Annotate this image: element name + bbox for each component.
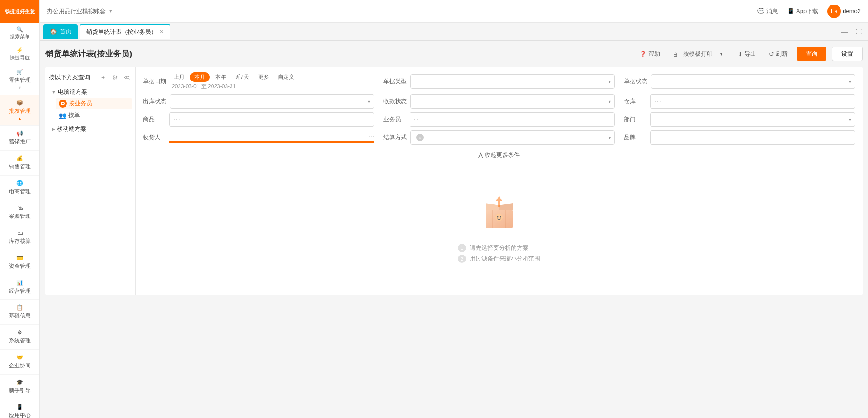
sidebar-quick-nav[interactable]: ⚡ 快捷导航 (0, 44, 39, 64)
settle-tag-close[interactable]: × (416, 134, 424, 141)
sidebar-item-app-center[interactable]: 📱 应用中心 (0, 399, 39, 418)
topbar: 办公用品行业模拟账套 ▾ 💬 消息 📱 App下载 Ea demo2 (40, 0, 868, 23)
scheme-order[interactable]: 👥 按单 (56, 109, 132, 121)
avatar: Ea (827, 5, 841, 18)
message-button[interactable]: 💬 消息 (757, 7, 778, 15)
sidebar-item-basic-info[interactable]: 📋 基础信息 (0, 300, 39, 325)
page-actions: ❓ 帮助 🖨 按模板打印 ▾ ⬇ 导出 ↺ 刷新 查询 设置 (636, 46, 863, 62)
settings-button[interactable]: 设置 (832, 47, 863, 61)
date-tab-custom[interactable]: 自定义 (274, 72, 298, 82)
help-button[interactable]: ❓ 帮助 (636, 48, 664, 60)
empty-step-1: 1 请先选择要分析的方案 (458, 244, 540, 252)
retail-icon: 🛒 (16, 69, 23, 75)
empty-state-icon (476, 190, 522, 235)
date-tab-this-year[interactable]: 本年 (212, 72, 230, 82)
app-logo: 畅捷通好生意 (0, 0, 39, 23)
sidebar-item-operations[interactable]: 📊 经营管理 (0, 275, 39, 300)
out-status-control[interactable]: ▾ (170, 94, 374, 109)
purchase-icon: 🛍 (17, 205, 23, 211)
sidebar-item-ecommerce[interactable]: 🌐 电商管理 (0, 176, 39, 200)
sidebar-item-purchase[interactable]: 🛍 采购管理 (0, 200, 39, 225)
date-tabs: 上月 本月 本年 近7天 更多 自定义 (170, 72, 374, 82)
filter-panel: 单据日期 上月 本月 本年 近7天 更多 自定义 2023-03-01 至 20… (136, 67, 863, 295)
settle-filter-row: 结算方式 × ▾ (383, 130, 615, 145)
settle-chevron: ▾ (609, 135, 611, 140)
out-status-chevron: ▾ (368, 99, 370, 104)
tab-home[interactable]: 🏠 首页 (43, 24, 78, 39)
goods-filter-row: 商品 ··· (143, 112, 374, 127)
message-icon: 💬 (757, 8, 764, 14)
sidebar-item-enterprise[interactable]: 🤝 企业协同 (0, 350, 39, 375)
doc-type-chevron: ▾ (609, 79, 611, 84)
brand-control[interactable]: ··· (650, 130, 855, 145)
sidebar-item-finance[interactable]: 💳 资金管理 (0, 250, 39, 275)
date-tab-last-month[interactable]: 上月 (170, 72, 188, 82)
sidebar-item-wholesale[interactable]: 📦 批发管理 ▲ (0, 95, 39, 126)
query-button[interactable]: 查询 (797, 47, 826, 61)
warehouse-control[interactable]: ··· (650, 94, 855, 109)
mobile-scheme-header[interactable]: ▶ 移动端方案 (49, 123, 132, 135)
refresh-icon: ↺ (769, 51, 774, 57)
export-button[interactable]: ⬇ 导出 (734, 48, 760, 60)
scheme-salesperson[interactable]: 按业务员 (56, 98, 132, 109)
app-download-button[interactable]: 📱 App下载 (787, 7, 818, 15)
workspace-title: 办公用品行业模拟账套 (47, 7, 106, 15)
print-icon: 🖨 (673, 51, 679, 57)
doc-status-control[interactable]: ▾ (651, 74, 855, 89)
svg-point-5 (495, 214, 503, 221)
pc-scheme-children: 按业务员 👥 按单 (49, 98, 132, 121)
date-tab-7days[interactable]: 近7天 (231, 72, 253, 82)
doc-type-control[interactable]: ▾ (410, 74, 615, 89)
operations-icon: 📊 (16, 280, 23, 286)
sidebar-item-marketing[interactable]: 📢 营销推广 (0, 126, 39, 151)
refresh-button[interactable]: ↺ 刷新 (765, 48, 791, 60)
collapse-conditions-button[interactable]: ⋀ 收起更多条件 (143, 148, 855, 162)
filter-row-1: 单据日期 上月 本月 本年 近7天 更多 自定义 2023-03-01 至 20… (143, 72, 855, 90)
goods-control[interactable]: ··· (169, 112, 374, 127)
wholesale-icon: 📦 (16, 100, 23, 106)
print-button[interactable]: 🖨 按模板打印 ▾ (669, 46, 729, 62)
receiver-input[interactable] (169, 132, 374, 142)
sidebar-item-system[interactable]: ⚙ 系统管理 (0, 325, 39, 350)
sidebar-item-retail[interactable]: 🛒 零售管理 ▼ (0, 64, 39, 95)
tab-close-button[interactable]: ✕ (160, 29, 164, 35)
dept-chevron: ▾ (849, 117, 851, 122)
dept-control[interactable]: ▾ (650, 112, 855, 127)
tab-sales-stat[interactable]: 销货单统计表（按业务员） ✕ (80, 24, 170, 39)
collect-status-chevron: ▾ (609, 99, 611, 104)
step-2-number: 2 (458, 255, 466, 263)
sidebar-item-inventory[interactable]: 🗃 库存核算 (0, 225, 39, 250)
collect-status-control[interactable]: ▾ (410, 94, 615, 109)
chevron-up-icon: ▲ (18, 116, 22, 121)
scheme-settings-button[interactable]: ⚙ (110, 72, 120, 82)
tab-fullscreen-button[interactable]: ⛶ (854, 26, 864, 37)
sidebar-search-menu[interactable]: 🔍 搜索菜单 (0, 23, 39, 44)
date-tab-more[interactable]: 更多 (255, 72, 273, 82)
receiver-filter-row: 收货人 ··· (143, 130, 374, 145)
ecommerce-icon: 🌐 (16, 180, 23, 186)
tab-minimize-button[interactable]: — (839, 26, 850, 37)
date-tab-this-month[interactable]: 本月 (190, 72, 210, 82)
panel-header: 按以下方案查询 + ⚙ ≪ (49, 72, 132, 82)
topbar-left: 办公用品行业模拟账套 ▾ (47, 7, 112, 15)
doc-status-chevron: ▾ (849, 79, 851, 84)
page-title: 销货单统计表(按业务员) (45, 48, 132, 59)
user-menu[interactable]: Ea demo2 (827, 5, 861, 18)
pc-scheme-header[interactable]: ▼ 电脑端方案 (49, 86, 132, 98)
sidebar-item-guide[interactable]: 🎓 新手引导 (0, 375, 39, 399)
settle-control[interactable]: × ▾ (410, 130, 615, 145)
collapse-panel-button[interactable]: ≪ (122, 72, 132, 82)
sidebar: 畅捷通好生意 🔍 搜索菜单 ⚡ 快捷导航 🛒 零售管理 ▼ 📦 批发管理 ▲ 📢… (0, 0, 40, 418)
add-scheme-button[interactable]: + (98, 72, 108, 82)
workspace-dropdown[interactable]: ▾ (109, 8, 112, 14)
chevron-down-icon: ▼ (52, 90, 56, 95)
date-filter-row: 单据日期 上月 本月 本年 近7天 更多 自定义 2023-03-01 至 20… (143, 72, 374, 90)
warehouse-filter-row: 仓库 ··· (624, 94, 855, 109)
salesperson-control[interactable]: ··· (410, 112, 615, 127)
export-icon: ⬇ (738, 51, 743, 57)
people-icon: 👥 (59, 112, 66, 119)
brand-filter-row: 品牌 ··· (624, 130, 855, 145)
sidebar-item-sales[interactable]: 💰 销售管理 (0, 151, 39, 176)
page-header: 销货单统计表(按业务员) ❓ 帮助 🖨 按模板打印 ▾ ⬇ 导出 ↺ 刷新 (45, 46, 863, 62)
print-dropdown-arrow[interactable]: ▾ (717, 50, 725, 58)
